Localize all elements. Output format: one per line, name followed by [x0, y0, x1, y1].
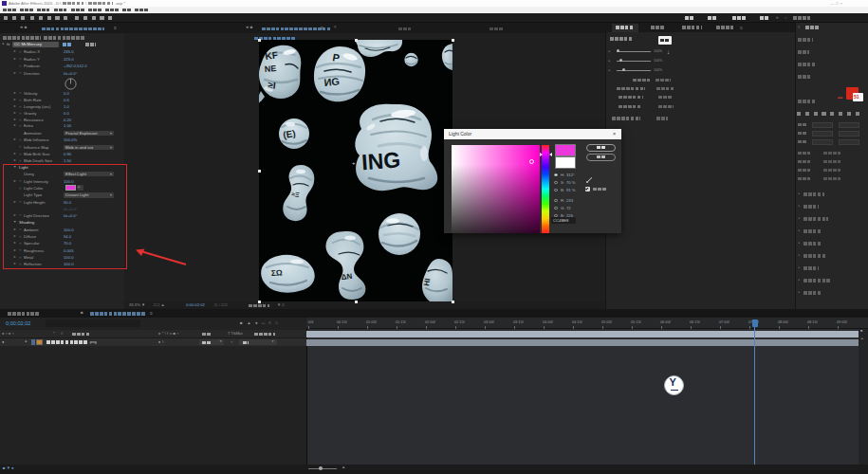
svg-text:KF: KF: [265, 49, 279, 62]
svg-text:ΣΩ: ΣΩ: [271, 267, 284, 278]
svg-text:(E): (E): [282, 128, 296, 140]
svg-text:ИG: ИG: [323, 75, 341, 88]
svg-text:ING: ING: [360, 147, 401, 174]
svg-text:ΗΙ: ΗΙ: [422, 278, 432, 286]
svg-text:≈Ξ: ≈Ξ: [291, 191, 301, 198]
svg-text:NE: NE: [264, 64, 276, 74]
svg-text:ΔΝ: ΔΝ: [341, 272, 353, 282]
